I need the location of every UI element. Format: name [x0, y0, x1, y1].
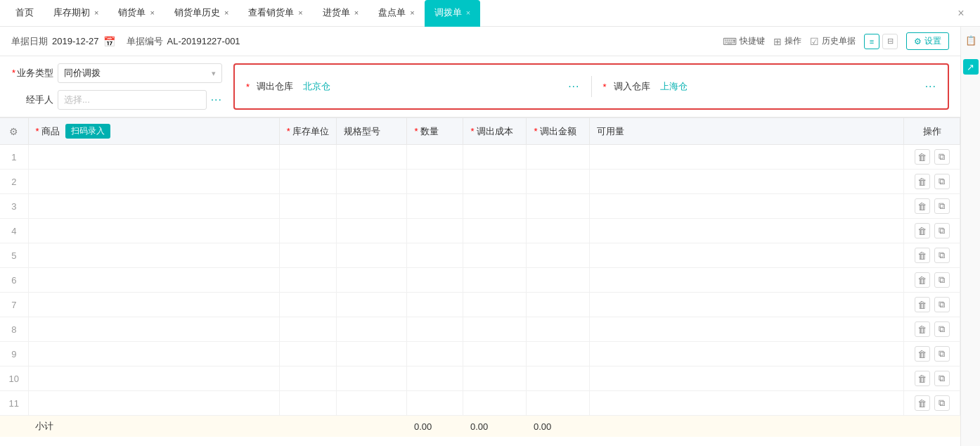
row-spec[interactable] — [337, 243, 407, 268]
row-copy-button[interactable]: ⧉ — [934, 346, 950, 362]
layout-btn-1[interactable]: ≡ — [864, 34, 879, 49]
row-copy-button[interactable]: ⧉ — [934, 223, 950, 238]
row-spec[interactable] — [337, 391, 407, 416]
row-cost[interactable] — [463, 293, 527, 317]
row-amount[interactable] — [527, 194, 590, 219]
warehouse-out-more-icon[interactable]: ··· — [568, 80, 579, 93]
row-cost[interactable] — [463, 243, 527, 268]
row-product[interactable] — [28, 367, 279, 391]
tab-view-sales-close[interactable]: × — [298, 8, 302, 17]
row-available[interactable] — [590, 391, 904, 416]
tab-inventory-init-close[interactable]: × — [94, 8, 98, 17]
row-amount[interactable] — [527, 219, 590, 243]
row-product[interactable] — [28, 317, 279, 342]
row-cost[interactable] — [463, 219, 527, 243]
row-available[interactable] — [590, 194, 904, 219]
row-copy-button[interactable]: ⧉ — [934, 272, 950, 288]
table-settings-icon[interactable]: ⚙ — [9, 126, 18, 137]
row-available[interactable] — [590, 243, 904, 268]
row-copy-button[interactable]: ⧉ — [934, 149, 950, 165]
shortcut-action[interactable]: ⌨ 快捷键 — [723, 35, 765, 47]
tab-transfer-close[interactable]: × — [466, 8, 470, 17]
row-cost[interactable] — [463, 170, 527, 194]
row-unit[interactable] — [279, 145, 337, 170]
calendar-icon[interactable]: 📅 — [103, 36, 115, 47]
row-amount[interactable] — [527, 342, 590, 367]
tab-transfer[interactable]: 调拨单 × — [425, 0, 480, 27]
handler-more-icon[interactable]: ··· — [211, 94, 222, 106]
row-spec[interactable] — [337, 219, 407, 243]
row-delete-button[interactable]: 🗑 — [915, 371, 930, 386]
row-spec[interactable] — [337, 145, 407, 170]
operation-action[interactable]: ⊞ 操作 — [773, 35, 801, 47]
tab-inventory-init[interactable]: 库存期初 × — [44, 0, 108, 27]
row-spec[interactable] — [337, 170, 407, 194]
tab-sales-history-close[interactable]: × — [224, 8, 228, 17]
row-available[interactable] — [590, 145, 904, 170]
row-delete-button[interactable]: 🗑 — [915, 248, 930, 263]
layout-btn-2[interactable]: ⊟ — [882, 34, 898, 49]
warehouse-in-more-icon[interactable]: ··· — [925, 80, 936, 93]
row-amount[interactable] — [527, 145, 590, 170]
tab-sales-order[interactable]: 销货单 × — [108, 0, 164, 27]
row-quantity[interactable] — [407, 145, 463, 170]
row-available[interactable] — [590, 342, 904, 367]
row-spec[interactable] — [337, 342, 407, 367]
row-quantity[interactable] — [407, 219, 463, 243]
row-quantity[interactable] — [407, 317, 463, 342]
row-quantity[interactable] — [407, 342, 463, 367]
row-delete-button[interactable]: 🗑 — [915, 297, 930, 312]
tab-count[interactable]: 盘点单 × — [368, 0, 424, 27]
row-unit[interactable] — [279, 268, 337, 293]
history-action[interactable]: ☑ 历史单据 — [810, 35, 856, 47]
row-product[interactable] — [28, 145, 279, 170]
row-amount[interactable] — [527, 293, 590, 317]
row-spec[interactable] — [337, 194, 407, 219]
row-available[interactable] — [590, 367, 904, 391]
row-amount[interactable] — [527, 391, 590, 416]
row-cost[interactable] — [463, 342, 527, 367]
row-amount[interactable] — [527, 268, 590, 293]
row-cost[interactable] — [463, 391, 527, 416]
row-delete-button[interactable]: 🗑 — [915, 149, 930, 165]
row-spec[interactable] — [337, 268, 407, 293]
sidebar-note-icon[interactable]: 📋 — [963, 32, 979, 48]
row-quantity[interactable] — [407, 170, 463, 194]
row-cost[interactable] — [463, 268, 527, 293]
row-product[interactable] — [28, 170, 279, 194]
row-unit[interactable] — [279, 367, 337, 391]
row-amount[interactable] — [527, 367, 590, 391]
sidebar-expand-icon[interactable]: ↗ — [963, 59, 979, 75]
row-product[interactable] — [28, 293, 279, 317]
row-quantity[interactable] — [407, 194, 463, 219]
row-copy-button[interactable]: ⧉ — [934, 198, 950, 214]
row-quantity[interactable] — [407, 293, 463, 317]
row-copy-button[interactable]: ⧉ — [934, 297, 950, 312]
tab-home[interactable]: 首页 — [6, 0, 44, 27]
row-delete-button[interactable]: 🗑 — [915, 395, 930, 411]
tab-purchase[interactable]: 进货单 × — [313, 0, 368, 27]
row-product[interactable] — [28, 243, 279, 268]
tab-view-sales[interactable]: 查看销货单 × — [238, 0, 312, 27]
row-delete-button[interactable]: 🗑 — [915, 174, 930, 189]
business-type-select[interactable]: 同价调拨 ▾ — [58, 63, 222, 83]
row-available[interactable] — [590, 219, 904, 243]
row-product[interactable] — [28, 342, 279, 367]
row-delete-button[interactable]: 🗑 — [915, 346, 930, 362]
row-delete-button[interactable]: 🗑 — [915, 272, 930, 288]
row-unit[interactable] — [279, 317, 337, 342]
row-product[interactable] — [28, 219, 279, 243]
row-unit[interactable] — [279, 342, 337, 367]
row-copy-button[interactable]: ⧉ — [934, 371, 950, 386]
row-spec[interactable] — [337, 317, 407, 342]
tab-sales-history[interactable]: 销货单历史 × — [165, 0, 238, 27]
row-copy-button[interactable]: ⧉ — [934, 248, 950, 263]
row-copy-button[interactable]: ⧉ — [934, 321, 950, 337]
row-unit[interactable] — [279, 243, 337, 268]
row-quantity[interactable] — [407, 391, 463, 416]
scan-button[interactable]: 扫码录入 — [65, 124, 110, 139]
tab-sales-order-close[interactable]: × — [150, 8, 154, 17]
row-unit[interactable] — [279, 170, 337, 194]
row-spec[interactable] — [337, 293, 407, 317]
row-product[interactable] — [28, 268, 279, 293]
